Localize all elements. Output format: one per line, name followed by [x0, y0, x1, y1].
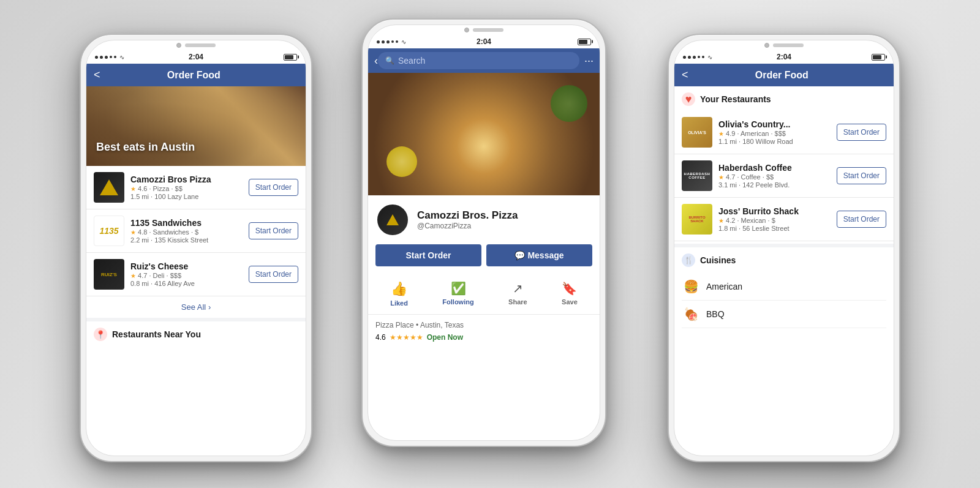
- rating-olivias: 4.9: [726, 130, 735, 137]
- type-1135: Sandwiches: [153, 228, 189, 236]
- see-all-link[interactable]: See All ›: [86, 296, 306, 321]
- signal-dot-5: [114, 56, 116, 58]
- profile-logo-triangle: [386, 214, 399, 225]
- battery-fill-center: [579, 40, 587, 44]
- cuisines-list: 🍔 American 🍖 BBQ: [674, 273, 894, 328]
- start-order-ruiz[interactable]: Start Order: [249, 266, 298, 283]
- rating-haberdash: 4.7: [726, 173, 735, 181]
- star-olivias: ★: [718, 130, 724, 137]
- restaurant-name-camozzi: Camozzi Bros Pizza: [130, 175, 243, 184]
- phone-center-notch: [368, 25, 600, 34]
- restaurant-item-olivias: OLIVIA'S Olivia's Country... ★ 4.9 · Ame…: [674, 111, 894, 154]
- location-pin-icon: 📍: [94, 328, 107, 341]
- pizza-hero-image: [368, 73, 600, 195]
- following-action[interactable]: ✅ Following: [442, 281, 473, 307]
- cuisines-header: 🍴 Cuisines: [674, 247, 894, 273]
- search-magnifier-icon: 🔍: [385, 56, 394, 65]
- star-haberdash: ★: [718, 174, 724, 181]
- signal-bars-center: ∿: [377, 39, 448, 45]
- hero-banner-left: Best eats in Austin: [86, 86, 306, 166]
- search-placeholder-center: Search: [398, 56, 425, 66]
- signal-r3: [693, 56, 696, 59]
- restaurant-address-joss: 1.8 mi · 56 Leslie Street: [718, 225, 831, 232]
- status-right-left: [230, 54, 297, 61]
- start-order-center-btn[interactable]: Start Order: [375, 244, 481, 266]
- rating-1135: 4.8: [138, 228, 147, 236]
- nearby-section-header: 📍 Restaurants Near You: [86, 321, 306, 346]
- restaurant-meta-1135: ★ 4.8 · Sandwiches · $: [130, 228, 243, 236]
- heart-section-icon: ♥: [682, 92, 695, 106]
- price-joss: $: [772, 217, 775, 224]
- restaurant-meta-olivias: ★ 4.9 · American · $$$: [718, 130, 831, 137]
- check-circle-icon: ✅: [451, 281, 466, 296]
- phone-left-wrap: ∿ 2:04 < Order Food: [80, 34, 312, 462]
- wifi-icon-left: ∿: [119, 54, 124, 61]
- pin-icon: 📍: [96, 330, 105, 339]
- signal-dot-3: [105, 56, 108, 59]
- back-button-left[interactable]: <: [94, 69, 100, 81]
- battery-icon-left: [284, 54, 297, 61]
- cuisine-item-bbq[interactable]: 🍖 BBQ: [682, 301, 886, 328]
- nav-bar-left: < Order Food: [86, 64, 306, 86]
- nav-title-left: Order Food: [100, 70, 287, 81]
- cta-buttons-center: Start Order 💬 Message: [368, 244, 600, 274]
- cuisine-name-american: American: [706, 282, 742, 291]
- status-bar-left: ∿ 2:04: [86, 49, 306, 64]
- cuisines-title: Cuisines: [700, 255, 736, 265]
- cuisines-fork-icon: 🍴: [682, 253, 695, 267]
- price-haberdash: $$: [766, 173, 774, 181]
- price-olivias: $$$: [775, 130, 786, 137]
- share-arrow-icon: ↗: [513, 281, 523, 296]
- restaurant-logo-olivias: OLIVIA'S: [682, 117, 712, 148]
- restaurant-logo-joss: BURRITO SHACK: [682, 204, 712, 235]
- star-icon-ruiz: ★: [130, 272, 136, 279]
- cuisine-item-american[interactable]: 🍔 American: [682, 273, 886, 301]
- start-order-1135[interactable]: Start Order: [249, 222, 298, 239]
- phone-right: ∿ 2:04 < Order Food: [674, 40, 894, 456]
- restaurant-logo-camozzi: [94, 172, 124, 203]
- distance-1135: 2.2 mi: [130, 236, 149, 244]
- price-camozzi: $$: [175, 185, 183, 192]
- nearby-section-title: Restaurants Near You: [112, 329, 201, 339]
- liked-action[interactable]: 👍 Liked: [390, 281, 408, 307]
- save-action[interactable]: 🔖 Save: [562, 281, 578, 307]
- logo-1135-text: 1135: [99, 226, 118, 236]
- phone-right-wrap: ∿ 2:04 < Order Food: [668, 34, 900, 462]
- restaurant-list-left: Camozzi Bros Pizza ★ 4.6 · Pizza · $$ 1.…: [86, 166, 306, 296]
- status-right-center: [519, 39, 591, 45]
- signal-c3: [386, 40, 390, 43]
- type-ruiz: Deli: [153, 272, 165, 279]
- search-field-center[interactable]: 🔍 Search: [378, 52, 579, 69]
- share-action[interactable]: ↗ Share: [508, 281, 527, 307]
- bbq-food-icon: 🍖: [682, 307, 700, 321]
- more-options-icon[interactable]: ···: [584, 54, 594, 67]
- signal-bars-right: ∿: [683, 54, 750, 61]
- speaker-icon: [185, 43, 216, 47]
- restaurant-info-camozzi: Camozzi Bros Pizza ★ 4.6 · Pizza · $$ 1.…: [130, 175, 243, 200]
- signal-c4: [391, 40, 394, 43]
- start-order-haberdash[interactable]: Start Order: [837, 167, 886, 184]
- restaurant-address-1135: 2.2 mi · 135 Kissick Street: [130, 236, 243, 244]
- messenger-icon: 💬: [514, 250, 525, 260]
- following-label: Following: [442, 298, 473, 306]
- restaurant-meta-ruiz: ★ 4.7 · Deli · $$$: [130, 272, 243, 279]
- restaurant-type-center: Pizza Place • Austin, Texas: [368, 315, 600, 333]
- signal-bars-left: ∿: [95, 54, 162, 61]
- phone-right-outer: ∿ 2:04 < Order Food: [668, 34, 900, 462]
- start-order-camozzi[interactable]: Start Order: [249, 179, 298, 196]
- heart-icon: ♥: [685, 93, 692, 106]
- profile-handle-center: @CamozziPizza: [417, 222, 518, 230]
- wifi-icon-center: ∿: [401, 39, 406, 45]
- stars-center: ★★★★★: [390, 333, 423, 342]
- start-order-joss[interactable]: Start Order: [837, 211, 886, 228]
- open-now-badge: Open Now: [427, 333, 463, 342]
- start-order-olivias[interactable]: Start Order: [837, 124, 886, 141]
- signal-dot-2: [100, 56, 103, 59]
- restaurant-address-ruiz: 0.8 mi · 416 Alley Ave: [130, 280, 243, 287]
- phone-left-notch: [86, 40, 306, 49]
- signal-r5: [702, 56, 704, 58]
- back-button-right[interactable]: <: [682, 69, 688, 81]
- message-btn-center[interactable]: 💬 Message: [486, 244, 592, 266]
- addr-haberdash: 142 Peele Blvd.: [742, 181, 790, 189]
- phone-center: ∿ 2:04 ‹ 🔍 Search ···: [368, 24, 600, 441]
